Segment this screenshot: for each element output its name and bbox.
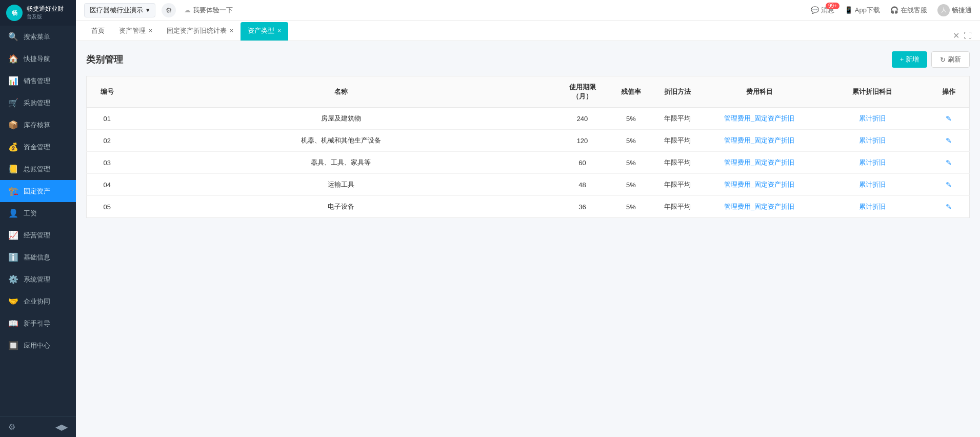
sidebar-item-capital[interactable]: 💰 资金管理 [0,136,76,158]
app-center-icon: 🔲 [8,341,18,350]
user-profile[interactable]: 人 畅捷通 [937,4,972,16]
cell-cost[interactable]: 管理费用_固定资产折旧 [703,152,816,174]
settings-icon[interactable]: ⚙ [8,422,15,432]
sidebar-item-label: 经营管理 [24,231,50,240]
tab-asset-type-label: 资产类型 [248,26,274,35]
sidebar-item-purchase[interactable]: 🛒 采购管理 [0,92,76,114]
th-cost: 费用科目 [703,76,816,108]
collapse-icon[interactable]: ◀▶ [55,422,68,432]
basics-icon: ℹ️ [8,252,18,262]
cell-residual: 5% [611,108,652,130]
sidebar-item-label: 固定资产 [24,187,50,196]
inventory-icon: 📦 [8,120,18,130]
cell-cost[interactable]: 管理费用_固定资产折旧 [703,108,816,130]
messages-badge: 99+ [826,3,839,9]
sidebar-item-coop[interactable]: 🤝 企业协同 [0,290,76,312]
cell-cost[interactable]: 管理费用_固定资产折旧 [703,174,816,196]
cell-method: 年限平均 [652,108,703,130]
sidebar-item-inventory[interactable]: 📦 库存核算 [0,114,76,136]
tab-asset-type-close[interactable]: × [277,28,281,34]
th-period: 使用期限（月） [554,76,611,108]
capital-icon: 💰 [8,142,18,152]
sidebar-item-label: 系统管理 [24,275,50,284]
refresh-btn[interactable]: ↻ 刷新 [931,51,970,68]
table-row: 01 房屋及建筑物 240 5% 年限平均 管理费用_固定资产折旧 累计折旧 ✎ [87,108,970,130]
sidebar-item-fixed-assets[interactable]: 🏗️ 固定资产 [0,180,76,202]
experience-text: 我要体验一下 [193,6,233,15]
app-selector[interactable]: 医疗器械行业演示 ▾ [84,3,155,17]
sidebar-item-search[interactable]: 🔍 搜索菜单 [0,26,76,48]
cell-op[interactable]: ✎ [929,174,970,196]
cell-code: 04 [87,174,128,196]
guide-icon: 📖 [8,319,18,328]
category-table: 编号 名称 使用期限（月） 残值率 折旧方法 费用科目 累计折旧科目 操作 01… [86,76,970,218]
cell-accum[interactable]: 累计折旧 [816,130,929,152]
operations-icon: 📈 [8,230,18,240]
sidebar-item-system[interactable]: ⚙️ 系统管理 [0,268,76,290]
cell-name: 机器、机械和其他生产设备 [128,130,554,152]
customer-service-btn[interactable]: 🎧 在线客服 [890,6,927,15]
sidebar-item-operations[interactable]: 📈 经营管理 [0,224,76,246]
sidebar-logo: 畅 畅捷通好业财 普及版 [0,0,76,26]
sidebar-item-ledger[interactable]: 📒 总账管理 [0,158,76,180]
sidebar-item-label: 销售管理 [24,76,50,86]
fixed-assets-icon: 🏗️ [8,186,18,196]
window-controls: ✕ ⛶ [953,31,972,41]
cell-residual: 5% [611,196,652,218]
sidebar-item-app-center[interactable]: 🔲 应用中心 [0,334,76,356]
service-icon: 🎧 [890,6,898,14]
sidebar-item-label: 总账管理 [24,165,50,174]
close-window-btn[interactable]: ✕ [953,31,959,41]
cell-period: 120 [554,130,611,152]
cell-cost[interactable]: 管理费用_固定资产折旧 [703,196,816,218]
sidebar-bottom: ⚙ ◀▶ [0,416,76,437]
cell-name: 运输工具 [128,174,554,196]
message-icon: 💬 [811,6,819,14]
cell-accum[interactable]: 累计折旧 [816,196,929,218]
cell-period: 240 [554,108,611,130]
cell-cost[interactable]: 管理费用_固定资产折旧 [703,130,816,152]
sidebar-item-payroll[interactable]: 👤 工资 [0,202,76,224]
tab-assets[interactable]: 资产管理 × [112,22,159,41]
app-download-btn[interactable]: 📱 App下载 [845,6,880,15]
tab-depreciation-close[interactable]: × [230,28,233,34]
cell-accum[interactable]: 累计折旧 [816,152,929,174]
sidebar-item-label: 库存核算 [24,121,50,130]
th-residual: 残值率 [611,76,652,108]
avatar: 人 [937,4,950,16]
page-actions: + 新增 ↻ 刷新 [892,51,970,68]
experience-btn[interactable]: ☁ 我要体验一下 [184,6,233,15]
sidebar-item-basics[interactable]: ℹ️ 基础信息 [0,246,76,268]
tab-depreciation[interactable]: 固定资产折旧统计表 × [159,22,241,41]
sidebar-item-label: 采购管理 [24,98,50,108]
cell-accum[interactable]: 累计折旧 [816,174,929,196]
cell-op[interactable]: ✎ [929,152,970,174]
table-row: 04 运输工具 48 5% 年限平均 管理费用_固定资产折旧 累计折旧 ✎ [87,174,970,196]
tab-asset-type[interactable]: 资产类型 × [241,22,288,41]
mobile-icon: 📱 [845,6,853,14]
cell-residual: 5% [611,174,652,196]
sidebar-item-sales[interactable]: 📊 销售管理 [0,70,76,92]
th-name: 名称 [128,76,554,108]
cell-op[interactable]: ✎ [929,130,970,152]
maximize-btn[interactable]: ⛶ [964,31,972,41]
cell-accum[interactable]: 累计折旧 [816,108,929,130]
cell-method: 年限平均 [652,130,703,152]
cell-name: 电子设备 [128,196,554,218]
cell-op[interactable]: ✎ [929,196,970,218]
messages-btn[interactable]: 💬 消息 99+ [811,6,834,15]
page-header: 类别管理 + 新增 ↻ 刷新 [86,51,970,68]
page-title: 类别管理 [86,53,123,66]
settings-btn[interactable]: ⚙ [162,3,176,17]
tab-home[interactable]: 首页 [84,22,112,41]
tab-assets-close[interactable]: × [149,28,152,34]
sidebar-item-quick-nav[interactable]: 🏠 快捷导航 [0,48,76,70]
sidebar-item-guide[interactable]: 📖 新手引导 [0,312,76,334]
quick-nav-icon: 🏠 [8,54,18,64]
sidebar-item-label: 快捷导航 [24,54,50,64]
cell-op[interactable]: ✎ [929,108,970,130]
new-btn[interactable]: + 新增 [892,51,927,68]
cell-period: 36 [554,196,611,218]
ledger-icon: 📒 [8,164,18,174]
sidebar-item-label: 新手引导 [24,319,50,328]
